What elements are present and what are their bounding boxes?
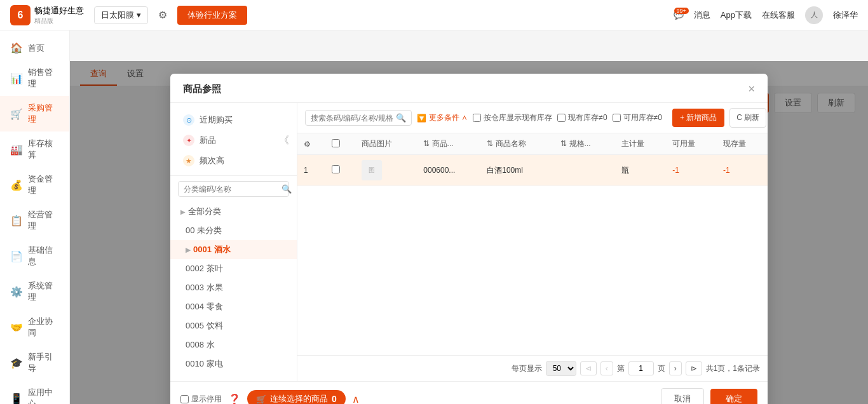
sidebar-label-purchase: 采购管理 xyxy=(28,102,59,125)
refresh-button[interactable]: C 刷新 xyxy=(729,108,766,128)
sidebar-item-collab[interactable]: 🤝 企业协同 xyxy=(0,309,69,345)
sidebar-label-finance: 资金管理 xyxy=(28,173,59,196)
collapse-button[interactable]: 《 xyxy=(279,134,289,147)
row-name: 白酒100ml xyxy=(480,155,554,186)
left-panel: ⊙ 近期购买 ✦ 新品 ★ 频次高 《 xyxy=(170,103,297,381)
new-icon: ✦ xyxy=(183,135,194,146)
gear-icon[interactable]: ⚙ xyxy=(156,6,170,24)
product-search-input[interactable] xyxy=(311,114,393,123)
sidebar: 🏠 首页 📊 销售管理 🛒 采购管理 🏭 库存核算 💰 资金管理 📋 经营管理 … xyxy=(0,30,70,404)
show-disabled-checkbox[interactable]: 显示停用 xyxy=(180,394,222,405)
sidebar-item-system[interactable]: ⚙️ 系统管理 xyxy=(0,274,69,309)
cat-unclassified[interactable]: 00 未分类 xyxy=(170,221,297,240)
cat-appliance[interactable]: 0010 家电 xyxy=(170,354,297,374)
sidebar-item-guide[interactable]: 🎓 新手引导 xyxy=(0,345,69,380)
next-page-button[interactable]: › xyxy=(669,361,682,375)
confirm-button[interactable]: 确定 xyxy=(710,389,757,404)
row-spec xyxy=(554,155,615,186)
cat-fruit-label: 0003 水果 xyxy=(186,282,223,293)
sidebar-item-sales[interactable]: 📊 销售管理 xyxy=(0,60,69,96)
col-settings[interactable]: ⚙ xyxy=(297,133,325,155)
sidebar-label-guide: 新手引导 xyxy=(28,351,59,374)
freq-label: 频次高 xyxy=(200,155,224,166)
search-icon[interactable]: 🔍 xyxy=(396,113,406,123)
cat-tea[interactable]: 0002 茶叶 xyxy=(170,259,297,278)
logo-line1: 畅捷通好生意 xyxy=(34,5,84,17)
avatar[interactable]: 人 xyxy=(805,6,823,24)
product-reference-modal: 商品参照 × ⊙ 近期购买 ✦ 新品 xyxy=(170,74,768,404)
category-search-input[interactable] xyxy=(184,185,279,194)
warehouse-stock-checkbox[interactable]: 按仓库显示现有库存 xyxy=(473,112,552,123)
add-product-button[interactable]: + 新增商品 xyxy=(672,109,724,127)
inventory-icon: 🏭 xyxy=(10,144,23,156)
category-search-box[interactable]: 🔍 xyxy=(178,181,289,197)
table-row[interactable]: 1 图 000600... 白酒100ml 瓶 -1 -1 xyxy=(297,155,768,186)
cart-button[interactable]: 🛒 连续选择的商品 0 xyxy=(247,390,346,404)
usable-stock-checkbox[interactable]: 可用库存≠0 xyxy=(613,112,662,123)
modal-footer: 显示停用 ❓ 🛒 连续选择的商品 0 ∧ 取消 确定 xyxy=(170,381,768,404)
sidebar-item-home[interactable]: 🏠 首页 xyxy=(0,36,69,60)
messages-label: 消息 xyxy=(694,10,710,21)
logo-line2: 精品版 xyxy=(34,17,84,25)
cancel-button[interactable]: 取消 xyxy=(661,388,704,404)
new-label: 新品 xyxy=(200,135,216,146)
cat-fruit[interactable]: 0003 水果 xyxy=(170,278,297,297)
row-check[interactable] xyxy=(325,155,355,186)
cat-snack[interactable]: 0004 零食 xyxy=(170,297,297,316)
expand-icon[interactable]: ∧ xyxy=(352,393,360,405)
page-input[interactable] xyxy=(628,361,654,375)
row-image: 图 xyxy=(355,155,417,186)
branch-selector[interactable]: 日太阳膜 ▾ xyxy=(94,6,148,24)
apps-icon: 📱 xyxy=(10,393,23,405)
sidebar-label-collab: 企业协同 xyxy=(28,316,59,339)
more-filter-button[interactable]: 🔽 更多条件 ∧ xyxy=(417,112,468,123)
messages-icon[interactable]: 💬 99+ xyxy=(674,10,684,20)
cat-tea-label: 0002 茶叶 xyxy=(186,263,223,274)
col-checkbox[interactable] xyxy=(325,133,355,155)
cat-appliance-label: 0010 家电 xyxy=(186,358,223,370)
cat-water[interactable]: 0008 水 xyxy=(170,335,297,354)
col-unit: 主计量 xyxy=(615,133,666,155)
app-download-link[interactable]: App下载 xyxy=(721,10,752,21)
modal-close-button[interactable]: × xyxy=(748,83,755,96)
sidebar-label-basic: 基础信息 xyxy=(28,245,59,267)
online-service-link[interactable]: 在线客服 xyxy=(762,10,795,21)
frequent-item[interactable]: ★ 频次高 xyxy=(178,151,279,170)
sidebar-item-finance[interactable]: 💰 资金管理 xyxy=(0,167,69,203)
sidebar-item-purchase[interactable]: 🛒 采购管理 xyxy=(0,96,69,131)
col-code[interactable]: ⇅ 商品... xyxy=(417,133,480,155)
col-name[interactable]: ⇅ 商品名称 xyxy=(480,133,554,155)
sidebar-label-inventory: 库存核算 xyxy=(28,138,59,161)
prev-page-button[interactable]: ‹ xyxy=(600,361,613,375)
cat-all[interactable]: ▶ 全部分类 xyxy=(170,202,297,221)
col-spec[interactable]: ⇅ 规格... xyxy=(554,133,615,155)
new-products-item[interactable]: ✦ 新品 xyxy=(178,131,279,150)
recent-purchases-item[interactable]: ⊙ 近期购买 xyxy=(178,111,279,130)
sidebar-item-apps[interactable]: 📱 应用中心 xyxy=(0,380,69,404)
trial-button[interactable]: 体验行业方案 xyxy=(177,6,247,25)
product-search-box[interactable]: 🔍 xyxy=(305,110,412,126)
cat-liquor[interactable]: ▶ 0001 酒水 xyxy=(170,240,297,259)
basic-icon: 📄 xyxy=(10,250,23,262)
sidebar-item-basic[interactable]: 📄 基础信息 xyxy=(0,238,69,274)
chevron-down-icon: ▾ xyxy=(137,10,141,20)
first-page-button[interactable]: ⊲ xyxy=(580,361,597,375)
help-icon[interactable]: ❓ xyxy=(228,393,241,405)
col-stock: 现存量 xyxy=(717,133,768,155)
col-available: 可用量 xyxy=(666,133,717,155)
cart-icon: 🛒 xyxy=(256,394,266,404)
cat-beverage[interactable]: 0005 饮料 xyxy=(170,316,297,335)
last-page-button[interactable]: ⊳ xyxy=(686,361,702,375)
freq-icon: ★ xyxy=(183,155,194,166)
purchase-icon: 🛒 xyxy=(10,108,23,120)
filter-label: 更多条件 ∧ xyxy=(429,112,468,123)
product-table: ⚙ 商品图片 ⇅ 商品... ⇅ 商品名称 ⇅ 规格... 主计量 可用量 现存… xyxy=(297,133,768,356)
sidebar-item-business[interactable]: 📋 经营管理 xyxy=(0,203,69,238)
category-search-icon[interactable]: 🔍 xyxy=(281,184,292,194)
per-page-select[interactable]: 50 xyxy=(546,361,576,376)
available-stock-checkbox[interactable]: 现有库存≠0 xyxy=(557,112,607,123)
select-all-checkbox[interactable] xyxy=(332,139,340,147)
modal-header: 商品参照 × xyxy=(170,74,768,103)
sidebar-item-inventory[interactable]: 🏭 库存核算 xyxy=(0,131,69,167)
per-page-label: 每页显示 xyxy=(512,363,542,374)
